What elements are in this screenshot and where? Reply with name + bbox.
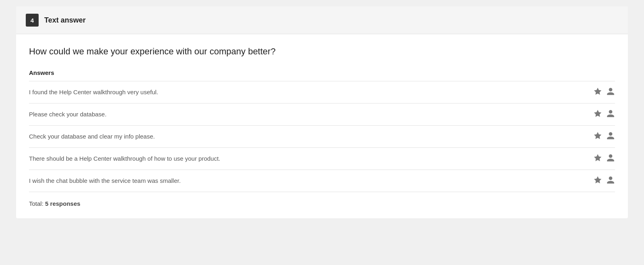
question-type-label: Text answer	[44, 16, 86, 25]
list-item: I wish the chat bubble with the service …	[29, 170, 615, 192]
star-icon[interactable]	[593, 109, 602, 120]
person-icon[interactable]	[606, 153, 615, 164]
star-icon[interactable]	[593, 131, 602, 142]
answer-text: Check your database and clear my info pl…	[29, 132, 585, 141]
person-icon[interactable]	[606, 109, 615, 120]
list-item: Please check your database.	[29, 103, 615, 125]
answer-actions	[593, 153, 615, 164]
total-label: Total:	[29, 200, 43, 207]
card-body: How could we make your experience with o…	[16, 34, 628, 218]
list-item: There should be a Help Center walkthroug…	[29, 147, 615, 170]
list-item: Check your database and clear my info pl…	[29, 125, 615, 147]
person-icon[interactable]	[606, 176, 615, 186]
card-header: 4 Text answer	[16, 6, 628, 34]
answer-text: I wish the chat bubble with the service …	[29, 176, 585, 186]
answers-list: I found the Help Center walkthrough very…	[29, 81, 615, 192]
answer-actions	[593, 176, 615, 186]
answer-text: Please check your database.	[29, 110, 585, 119]
answer-actions	[593, 131, 615, 142]
star-icon[interactable]	[593, 153, 602, 164]
list-item: I found the Help Center walkthrough very…	[29, 81, 615, 103]
person-icon[interactable]	[606, 131, 615, 142]
answer-actions	[593, 87, 615, 97]
survey-card: 4 Text answer How could we make your exp…	[16, 6, 628, 218]
answer-actions	[593, 109, 615, 120]
star-icon[interactable]	[593, 87, 602, 97]
answers-label: Answers	[29, 69, 615, 76]
person-icon[interactable]	[606, 87, 615, 97]
question-text: How could we make your experience with o…	[29, 46, 615, 58]
question-number: 4	[26, 14, 39, 27]
answer-text: There should be a Help Center walkthroug…	[29, 154, 585, 164]
star-icon[interactable]	[593, 176, 602, 186]
total-text: Total: 5 responses	[29, 200, 615, 207]
answer-text: I found the Help Center walkthrough very…	[29, 88, 585, 97]
total-value: 5 responses	[45, 200, 80, 207]
